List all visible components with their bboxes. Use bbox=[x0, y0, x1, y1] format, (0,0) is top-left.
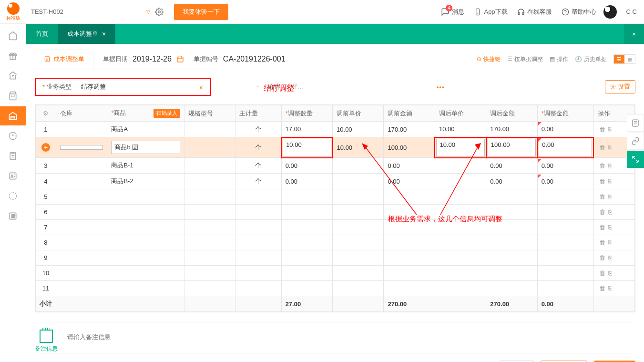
table-row[interactable]: 8🗑⎘ bbox=[36, 235, 635, 250]
expand-tool-icon[interactable] bbox=[627, 151, 644, 168]
copy-row-icon[interactable]: ⎘ bbox=[608, 239, 612, 246]
delete-row-icon[interactable]: 🗑 bbox=[599, 285, 605, 292]
delete-row-icon[interactable]: 🗑 bbox=[599, 126, 605, 133]
annotation-text-1: 结存调整 bbox=[264, 83, 294, 93]
col-before-amount[interactable]: 调前金额 bbox=[384, 105, 435, 122]
delete-row-icon[interactable]: 🗑 bbox=[599, 254, 605, 261]
col-after-price[interactable]: 调后单价 bbox=[435, 105, 486, 122]
table-row[interactable]: 11🗑⎘ bbox=[36, 281, 635, 296]
copy-row-icon[interactable]: ⎘ bbox=[608, 254, 612, 261]
delete-row-icon[interactable]: 🗑 bbox=[599, 269, 605, 277]
remarks-input[interactable] bbox=[67, 330, 635, 344]
messages-badge: 4 bbox=[446, 5, 452, 11]
user-name[interactable]: C C bbox=[626, 8, 637, 15]
tab-bar: 首页 成本调整单 × × bbox=[26, 24, 644, 44]
tab-home[interactable]: 首页 bbox=[26, 24, 58, 44]
doc-no-value: CA-20191226-001 bbox=[223, 55, 286, 63]
col-spec[interactable]: 规格型号 bbox=[184, 105, 235, 122]
delete-row-icon[interactable]: 🗑 bbox=[599, 162, 605, 169]
copy-row-icon[interactable]: ⎘ bbox=[608, 126, 612, 133]
nav-bag-icon[interactable] bbox=[8, 91, 18, 101]
nav-money-icon[interactable] bbox=[8, 131, 18, 141]
app-download-link[interactable]: App下载 bbox=[474, 8, 507, 16]
delete-row-icon[interactable]: 🗑 bbox=[599, 239, 605, 246]
col-qty[interactable]: *调整数量 bbox=[281, 105, 332, 122]
close-all-tabs-icon[interactable]: × bbox=[624, 24, 644, 44]
col-product[interactable]: *商品扫码录入 bbox=[107, 105, 184, 122]
table-row[interactable]: +商品b 固个10.0010.00100.0010.00100.000.00🗑⎘ bbox=[36, 137, 635, 158]
row-settings-icon[interactable]: ⚙ bbox=[36, 105, 56, 122]
table-row[interactable]: 4商品B-2个0.000.000.000.00🗑⎘ bbox=[36, 174, 635, 189]
user-avatar[interactable] bbox=[603, 5, 617, 19]
after-price-input[interactable]: 10.00 bbox=[436, 139, 484, 156]
nav-home-icon[interactable] bbox=[8, 31, 18, 41]
copy-row-icon[interactable]: ⎘ bbox=[608, 144, 612, 151]
copy-row-icon[interactable]: ⎘ bbox=[608, 285, 612, 292]
close-tab-icon[interactable]: × bbox=[102, 30, 106, 38]
operate-action[interactable]: ▤操作 bbox=[550, 55, 568, 63]
adjust-amount-input[interactable]: 0.00 bbox=[539, 139, 592, 156]
delete-row-icon[interactable]: 🗑 bbox=[599, 144, 605, 151]
remarks-section: 备注信息 bbox=[35, 322, 635, 353]
link-tool-icon[interactable] bbox=[627, 133, 644, 150]
col-adjust-amount[interactable]: *调整金额 bbox=[537, 105, 593, 122]
doc-title-tab[interactable]: 成本调整单 bbox=[35, 50, 93, 69]
add-row-icon[interactable]: + bbox=[41, 143, 50, 152]
settings-gear-icon[interactable] bbox=[155, 8, 174, 16]
date-value[interactable]: 2019-12-26 bbox=[133, 55, 172, 63]
copy-row-icon[interactable]: ⎘ bbox=[608, 269, 612, 277]
nav-warehouse-icon[interactable] bbox=[0, 106, 26, 125]
tab-cost-adjust[interactable]: 成本调整单 × bbox=[58, 24, 115, 44]
business-type-select[interactable]: * 业务类型 结存调整 ∨ bbox=[35, 78, 211, 96]
settings-button[interactable]: 设置 bbox=[605, 80, 635, 93]
delete-row-icon[interactable]: 🗑 bbox=[599, 178, 605, 185]
left-nav: 新 bbox=[0, 24, 26, 362]
delete-row-icon[interactable]: 🗑 bbox=[599, 224, 605, 231]
scan-input-tag[interactable]: 扫码录入 bbox=[153, 109, 180, 118]
table-row[interactable]: 10🗑⎘ bbox=[36, 266, 635, 281]
table-row[interactable]: 7🗑⎘ bbox=[36, 220, 635, 235]
nav-house-up-icon[interactable] bbox=[8, 71, 18, 81]
col-unit[interactable]: 主计量 bbox=[235, 105, 281, 122]
table-row[interactable]: 6🗑⎘ bbox=[36, 205, 635, 220]
table-row[interactable]: 5🗑⎘ bbox=[36, 189, 635, 205]
warehouse-cell[interactable] bbox=[60, 145, 103, 150]
col-after-amount[interactable]: 调后金额 bbox=[486, 105, 537, 122]
table-row[interactable]: 9🗑⎘ bbox=[36, 250, 635, 266]
nav-gift-icon[interactable] bbox=[8, 51, 18, 61]
customer-service-link[interactable]: 在线客服 bbox=[517, 8, 552, 16]
chevron-down-icon: ∨ bbox=[199, 83, 204, 91]
nav-cycle-icon[interactable] bbox=[8, 191, 18, 201]
product-cell[interactable]: 商品b 固 bbox=[111, 141, 180, 154]
after-amount-input[interactable]: 100.00 bbox=[488, 139, 536, 156]
table-row[interactable]: 1商品A个17.0010.00170.0010.00170.000.00🗑⎘ bbox=[36, 122, 635, 137]
col-warehouse[interactable]: 仓库 bbox=[56, 105, 107, 122]
calendar-icon[interactable] bbox=[176, 55, 184, 63]
nav-new-icon[interactable]: 新 bbox=[8, 211, 18, 221]
table-row[interactable]: 3商品B-1个0.000.000.000.00🗑⎘ bbox=[36, 158, 635, 174]
copy-row-icon[interactable]: ⎘ bbox=[608, 224, 612, 231]
account-select[interactable]: TEST-H002 ▽ bbox=[26, 8, 155, 15]
note-tool-icon[interactable] bbox=[627, 114, 644, 132]
view-toggle[interactable]: ☰▦ bbox=[613, 54, 635, 64]
help-center-link[interactable]: 帮助中心 bbox=[562, 8, 596, 16]
copy-row-icon[interactable]: ⎘ bbox=[608, 178, 612, 185]
subtotal-row: 小计 27.00 270.00 270.00 0.00 bbox=[36, 296, 635, 312]
copy-row-icon[interactable]: ⎘ bbox=[608, 162, 612, 169]
nav-user-card-icon[interactable] bbox=[8, 171, 18, 181]
copy-row-icon[interactable]: ⎘ bbox=[608, 193, 612, 200]
col-before-price[interactable]: 调前单价 bbox=[333, 105, 384, 122]
delete-row-icon[interactable]: 🗑 bbox=[599, 208, 605, 216]
nav-clipboard-icon[interactable] bbox=[8, 151, 18, 161]
shortcut-action[interactable]: ⊙快捷键 bbox=[477, 55, 501, 63]
delete-row-icon[interactable]: 🗑 bbox=[599, 193, 605, 200]
by-order-action[interactable]: ☰按单据调整 bbox=[507, 55, 543, 63]
logo[interactable]: 标准版 bbox=[0, 2, 26, 21]
more-dots-icon[interactable]: ••• bbox=[437, 83, 445, 91]
try-button[interactable]: 我要体验一下 bbox=[174, 4, 228, 20]
copy-row-icon[interactable]: ⎘ bbox=[608, 208, 612, 216]
history-action[interactable]: 🕘历史单据 bbox=[575, 55, 607, 63]
qty-input[interactable]: 10.00 bbox=[283, 139, 331, 156]
messages-link[interactable]: 消息 4 bbox=[441, 8, 464, 16]
remarks-icon bbox=[40, 330, 53, 343]
